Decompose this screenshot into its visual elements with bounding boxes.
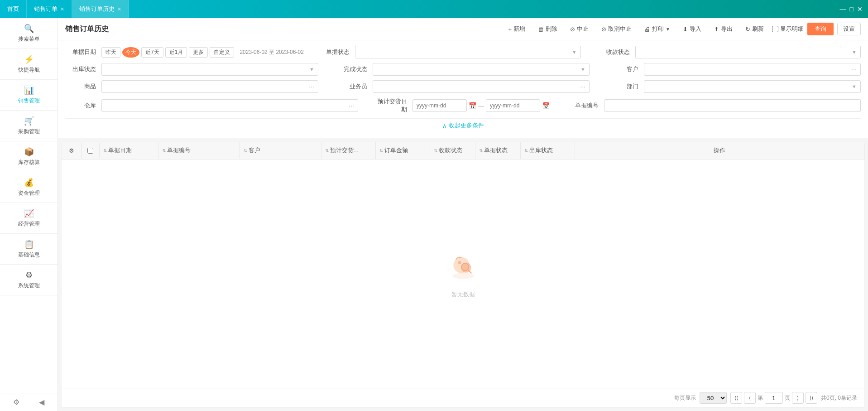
tab-sales-order[interactable]: 销售订单 ✕ [27,0,72,18]
export-button[interactable]: ⬆ 导出 [710,23,737,35]
topbar-minimize-icon[interactable]: — [840,5,846,13]
print-icon: 🖨 [644,26,650,33]
sidebar-collapse-icon[interactable]: ◀ [39,398,44,406]
add-button[interactable]: + 新增 [504,23,530,35]
th-amount[interactable]: ⇅ 订单金额 [376,142,430,159]
delete-button[interactable]: 🗑 删除 [533,23,562,35]
svg-point-5 [458,261,460,264]
page-number-input[interactable] [765,392,783,404]
filter-row-4: 仓库 ··· 预计交货日期 📅 — 📅 单据编号 [65,97,861,114]
th-warehouse-status[interactable]: ⇅ 出库状态 [521,142,575,159]
department-select[interactable]: ▼ [644,80,861,93]
sidebar-item-search[interactable]: 🔍 搜索菜单 [0,18,58,49]
import-button[interactable]: ⬇ 导入 [678,23,706,35]
print-button[interactable]: 🖨 打印 ▼ [640,23,675,35]
cancel-stop-button[interactable]: ⊘ 取消中止 [597,23,636,35]
th-voucher-status[interactable]: ⇅ 单据状态 [475,142,521,159]
th-checkbox[interactable] [82,143,100,158]
tab-sales-history[interactable]: 销售订单历史 ✕ [72,0,129,18]
page-nav: ⟨⟨ ⟨ 第 页 ⟩ ⟩⟩ [730,392,817,404]
sidebar-item-sales[interactable]: 📊 销售管理 [0,80,58,111]
th-date[interactable]: ⇅ 单据日期 [100,142,158,159]
tab-sales-order-close[interactable]: ✕ [60,6,64,12]
import-label: 导入 [690,25,701,33]
sidebar-item-system[interactable]: ⚙ 系统管理 [0,265,58,295]
sidebar-item-purchase[interactable]: 🛒 采购管理 [0,111,58,141]
receipt-status-arrow-icon: ▼ [852,49,857,55]
th-delivery[interactable]: ⇅ 预计交货... [321,142,376,159]
tab-sales-history-close[interactable]: ✕ [117,6,121,12]
date-btn-yesterday[interactable]: 昨天 [101,47,120,58]
date-btn-7days[interactable]: 近7天 [141,47,163,58]
page-next-button[interactable]: ⟩ [792,392,804,404]
settings-gear-icon: ⚙ [69,147,74,154]
query-button[interactable]: 查询 [807,23,834,35]
sidebar-item-finance[interactable]: 💰 资金管理 [0,172,58,203]
receipt-status-select[interactable]: ▼ [635,46,861,58]
sidebar-item-inventory[interactable]: 📦 库存核算 [0,141,58,172]
th-status-label: 单据状态 [484,146,508,155]
date-btn-1month[interactable]: 近1月 [165,47,187,58]
page-size-dropdown[interactable]: 50 10 20 100 [700,392,727,404]
sidebar-item-operations[interactable]: 📈 经营管理 [0,203,58,234]
sidebar-settings-icon[interactable]: ⚙ [13,398,19,406]
warehouse-select[interactable]: ··· [101,99,358,112]
delivery-date-start[interactable] [412,99,467,112]
display-detail-checkbox[interactable] [772,26,778,32]
display-toggle-label: 显示明细 [780,25,804,33]
collapse-bar[interactable]: ∧ 收起更多条件 [65,118,861,132]
page-prev-button[interactable]: ⟨ [744,392,756,404]
tab-sales-order-label: 销售订单 [34,5,58,13]
filter-row-2: 出库状态 ▼ 完成状态 ▼ 客户 ··· [65,63,861,76]
table-header: ⚙ ⇅ 单据日期 ⇅ 单据编号 ⇅ 客户 ⇅ [62,142,864,160]
empty-state: 暂无数据 [62,160,864,388]
warehouse-dots-icon[interactable]: ··· [349,102,354,109]
warehouse-status-select[interactable]: ▼ [101,63,318,76]
voucher-status-select[interactable]: ▼ [355,46,580,58]
th-receipt[interactable]: ⇅ 收款状态 [430,142,475,159]
th-operation: 操作 [575,142,864,159]
refresh-button[interactable]: ↻ 刷新 [741,23,768,35]
system-icon: ⚙ [25,270,33,280]
receipt-status-label: 收款状态 [599,48,635,56]
salesperson-select[interactable]: ··· [373,80,590,93]
th-customer[interactable]: ⇅ 客户 [240,142,321,159]
calendar-start-icon[interactable]: 📅 [469,102,476,109]
th-number[interactable]: ⇅ 单据编号 [158,142,240,159]
completion-status-select[interactable]: ▼ [373,63,590,76]
th-settings[interactable]: ⚙ [62,143,82,159]
product-dots-icon[interactable]: ··· [309,83,314,90]
sidebar-item-base-info[interactable]: 📋 基础信息 [0,234,58,265]
sidebar-item-finance-label: 资金管理 [18,189,40,197]
page-last-button[interactable]: ⟩⟩ [806,392,817,404]
refresh-icon: ↻ [745,26,750,33]
print-arrow-icon: ▼ [666,27,670,32]
date-range-text: 2023-06-02 至 2023-06-02 [240,48,303,56]
topbar-maximize-icon[interactable]: □ [850,5,854,13]
salesperson-dots-icon[interactable]: ··· [580,83,585,90]
tab-home[interactable]: 首页 [0,0,27,18]
pagination-bar: 每页显示 50 10 20 100 ⟨⟨ ⟨ 第 页 ⟩ ⟩⟩ [62,388,864,407]
cancel-stop-label: 取消中止 [608,25,632,33]
select-all-checkbox[interactable] [87,148,93,154]
import-icon: ⬇ [683,26,688,33]
product-select[interactable]: ··· [101,80,318,93]
stop-button[interactable]: ⊘ 中止 [566,23,593,35]
date-btn-more[interactable]: 更多 [189,47,208,58]
sidebar-item-quick-nav[interactable]: ⚡ 快捷导航 [0,49,58,80]
sidebar-item-search-label: 搜索菜单 [18,35,40,43]
calendar-end-icon[interactable]: 📅 [542,102,550,109]
page-first-button[interactable]: ⟨⟨ [730,392,742,404]
customer-select[interactable]: ··· [644,63,861,76]
customer-label: 客户 [608,65,644,73]
customer-dots-icon[interactable]: ··· [851,66,857,73]
voucher-number-input[interactable] [604,99,861,112]
topbar-close-icon[interactable]: ✕ [857,5,863,13]
sidebar-item-operations-label: 经营管理 [18,220,40,228]
settings-button[interactable]: 设置 [837,23,861,35]
delivery-date-end[interactable] [486,99,540,112]
add-icon: + [508,26,512,33]
date-btn-today[interactable]: 今天 [122,47,139,58]
date-btn-custom[interactable]: 自定义 [210,47,234,58]
sidebar-item-system-label: 系统管理 [18,282,40,290]
